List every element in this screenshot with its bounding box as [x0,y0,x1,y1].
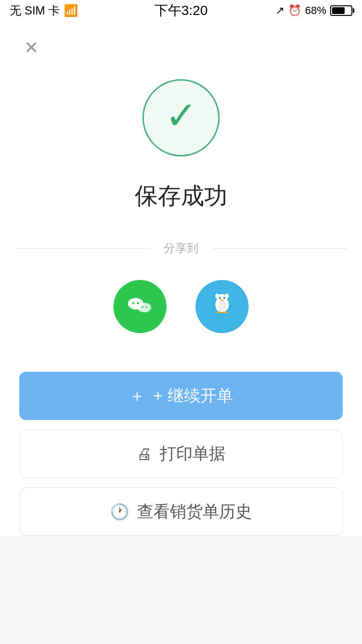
svg-point-1 [138,303,151,312]
battery-percent: 68% [305,4,326,17]
wechat-icon [125,291,155,322]
close-icon: ✕ [24,38,39,58]
success-circle: ✓ [142,79,220,156]
print-label: 打印单据 [160,443,225,465]
wechat-share-button[interactable] [113,280,167,333]
battery-icon [330,5,352,16]
continue-button[interactable]: ＋ + 继续开单 [19,372,343,420]
print-button[interactable]: 🖨 打印单据 [19,430,343,478]
continue-label: + 继续开单 [153,385,233,407]
status-time: 下午3:20 [154,1,208,20]
print-icon: 🖨 [137,445,152,463]
share-row [113,280,249,333]
sim-status: 无 SIM 卡 [10,3,60,18]
plus-icon: ＋ [129,385,145,407]
wifi-icon: 📶 [64,4,78,17]
status-right: ↗ ⏰ 68% [276,4,352,17]
svg-point-17 [225,294,229,298]
alarm-icon: ⏰ [288,4,301,17]
action-buttons: ＋ + 继续开单 🖨 打印单据 🕐 查看销货单历史 [0,372,362,536]
history-button[interactable]: 🕐 查看销货单历史 [19,488,343,536]
close-button[interactable]: ✕ [19,36,43,60]
svg-point-2 [132,302,134,304]
share-label: 分享到 [164,240,198,256]
qq-icon [207,291,237,322]
status-bar: 无 SIM 卡 📶 下午3:20 ↗ ⏰ 68% [0,0,362,21]
svg-point-5 [145,306,147,308]
svg-point-4 [141,306,143,308]
svg-point-16 [215,294,219,298]
location-icon: ↗ [276,4,284,17]
svg-point-15 [223,311,227,313]
divider-right [213,248,348,249]
svg-point-3 [137,302,139,304]
success-title: 保存成功 [135,181,227,211]
status-left: 无 SIM 卡 📶 [10,3,78,18]
svg-point-12 [221,299,223,301]
history-icon: 🕐 [110,503,129,521]
svg-point-13 [218,301,226,311]
main-content: ✕ ✓ 保存成功 分享到 [0,21,362,536]
checkmark-icon: ✓ [165,97,197,135]
share-divider: 分享到 [0,240,362,256]
history-label: 查看销货单历史 [137,501,252,523]
svg-point-14 [217,311,222,313]
svg-point-11 [224,297,225,298]
svg-point-10 [220,297,221,298]
divider-left [14,248,149,249]
qq-share-button[interactable] [195,280,249,333]
